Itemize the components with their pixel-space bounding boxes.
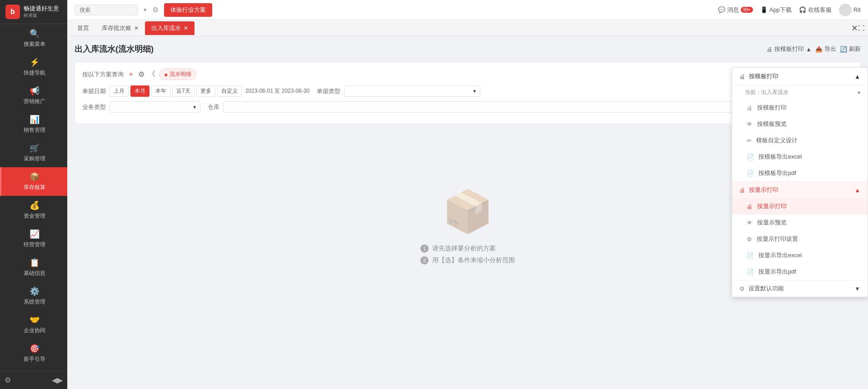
search-dropdown-icon[interactable]: ▾	[144, 6, 147, 13]
date-btn-custom[interactable]: 自定义	[217, 85, 242, 97]
sidebar-item-purchase[interactable]: 🛒 采购管理	[0, 139, 67, 167]
display-preview-item[interactable]: 👁 按显示预览	[732, 214, 868, 231]
customer-service-btn[interactable]: 🎧 在线客服	[799, 6, 832, 14]
tab-flow[interactable]: 出入库流水 ✕	[145, 21, 195, 35]
dropdown-footer[interactable]: ⚙ 设置默认功能 ▼	[732, 280, 868, 297]
display-pdf-item[interactable]: 📄 按显示导出pdf	[732, 264, 868, 280]
sidebar-scroll: 🔍 搜索菜单 ⚡ 快捷导航 📢 营销推广 📊 销售管理 🛒 采购管理 📦 库存核…	[0, 24, 67, 371]
footer-arrow-icon: ▼	[854, 285, 860, 292]
sidebar-item-basic[interactable]: 📋 基础信息	[0, 253, 67, 282]
display-print-item[interactable]: 🖨 按显示打印	[732, 198, 868, 214]
settings-icon[interactable]: ⚙	[5, 376, 11, 384]
operations-icon: 📈	[30, 229, 40, 239]
filter-add-icon[interactable]: ＋	[127, 70, 135, 79]
sidebar-item-collab[interactable]: 🤝 企业协同	[0, 310, 67, 339]
date-btn-last-month[interactable]: 上月	[110, 85, 129, 97]
header-right: 💬 消息 99+ 📱 App下载 🎧 在线客服 Rit	[718, 4, 861, 16]
biz-type-label: 业务类型	[82, 103, 106, 111]
sidebar-item-marketing[interactable]: 📢 营销推广	[0, 81, 67, 110]
page-title: 出入库流水(流水明细)	[75, 44, 154, 55]
page-content: 出入库流水(流水明细) 🖨 按模板打印 ▲ 📤 导出 🔄 刷新	[67, 36, 868, 389]
user-profile-btn[interactable]: Rit	[839, 4, 861, 16]
biz-type-field: 业务类型 ▾	[82, 101, 200, 113]
step-1-number: 1	[420, 244, 429, 253]
filter-tag-label: 流水明细	[170, 70, 191, 78]
search-icon: 🔍	[30, 29, 40, 39]
display-settings-icon: ⚙	[747, 236, 752, 243]
user-name: Rit	[853, 6, 861, 13]
sidebar-item-label: 资金管理	[24, 212, 45, 220]
date-btn-this-month[interactable]: 本月	[130, 85, 150, 97]
sidebar-item-apps[interactable]: 🔲 应用中心	[0, 368, 67, 371]
empty-illustration: 📦	[442, 188, 493, 235]
dropdown-print-icon: 🖨	[739, 73, 745, 80]
app-download-btn[interactable]: 📱 App下载	[760, 6, 792, 14]
tab-home[interactable]: 首页	[71, 21, 95, 35]
header-left: ▾ ⚙ 体验行业方案	[75, 3, 212, 17]
template-section: 🖨 按模板打印 👁 按模板预览 ✏ 模板自定义设计 📄 按模板导出excel 📄	[732, 100, 868, 182]
sidebar-item-inventory[interactable]: 📦 库存核算	[0, 167, 67, 196]
template-print-icon: 🖨	[747, 105, 753, 111]
template-print-item[interactable]: 🖨 按模板打印	[732, 100, 868, 116]
step-2-text: 用【选】条件来缩小分析范围	[432, 256, 515, 264]
doc-type-select[interactable]: ▾	[344, 85, 480, 97]
industry-btn[interactable]: 体验行业方案	[164, 3, 212, 17]
collapse-sidebar-icon[interactable]: ◀▶	[52, 376, 63, 384]
empty-steps: 1 请先选择要分析的方案 2 用【选】条件来缩小分析范围	[420, 244, 515, 268]
sidebar-item-operations[interactable]: 📈 经营管理	[0, 224, 67, 253]
sidebar-item-quicknav[interactable]: ⚡ 快捷导航	[0, 53, 67, 81]
sidebar-item-sales[interactable]: 📊 销售管理	[0, 110, 67, 139]
quicknav-icon: ⚡	[30, 57, 40, 67]
display-section: 🖨 按显示打印 ▲ 🖨 按显示打印 👁 按显示预览 ⚙ 按显示打印设置	[732, 182, 868, 280]
filter-tag[interactable]: ● 流水明细	[159, 69, 196, 80]
print-dropdown-panel: 🖨 按模板打印 ▲ 当前：出入库流水 ▾ 🖨 按模板打印 👁 按模板预览	[732, 67, 868, 297]
date-btn-this-year[interactable]: 本年	[151, 85, 170, 97]
filter-collapse-icon[interactable]: 《	[148, 70, 155, 79]
close-batch-tab-icon[interactable]: ✕	[134, 25, 139, 31]
sidebar-logo: b 畅捷通好生意 标准版	[0, 0, 67, 24]
date-btn-more[interactable]: 更多	[196, 85, 215, 97]
display-section-header[interactable]: 🖨 按显示打印 ▲	[732, 182, 868, 198]
step-2-number: 2	[420, 256, 429, 264]
page-header: 出入库流水(流水明细) 🖨 按模板打印 ▲ 📤 导出 🔄 刷新	[75, 44, 861, 55]
empty-step-1: 1 请先选择要分析的方案	[420, 244, 515, 253]
display-settings-item[interactable]: ⚙ 按显示打印设置	[732, 231, 868, 247]
date-btn-7days[interactable]: 近7天	[172, 85, 195, 97]
template-preview-item[interactable]: 👁 按模板预览	[732, 116, 868, 132]
template-excel-item[interactable]: 📄 按模板导出excel	[732, 149, 868, 165]
dropdown-current: 当前：出入库流水 ▾	[732, 85, 868, 100]
tab-batch[interactable]: 库存批次账 ✕	[95, 21, 145, 35]
refresh-button[interactable]: 🔄 刷新	[840, 45, 861, 53]
headset-icon: 🎧	[799, 6, 806, 13]
sidebar-item-label: 系统管理	[24, 298, 45, 306]
warehouse-select[interactable]: ···	[223, 101, 803, 113]
biz-type-select[interactable]: ▾	[110, 101, 200, 113]
template-custom-icon: ✏	[747, 137, 752, 144]
display-excel-item[interactable]: 📄 按显示导出excel	[732, 247, 868, 264]
header-settings-icon[interactable]: ⚙	[152, 5, 159, 14]
print-template-button[interactable]: 🖨 按模板打印 ▲	[767, 45, 812, 53]
export-label: 导出	[824, 45, 836, 53]
template-custom-item[interactable]: ✏ 模板自定义设计	[732, 132, 868, 149]
display-header-icon: 🖨	[739, 187, 745, 194]
sidebar-item-finance[interactable]: 💰 资金管理	[0, 196, 67, 224]
close-page-button[interactable]: ✕	[851, 23, 858, 33]
sidebar-item-search[interactable]: 🔍 搜索菜单	[0, 24, 67, 53]
dropdown-expand-icon[interactable]: ▲	[854, 73, 860, 80]
sidebar-item-newbie[interactable]: 🎯 新手引导	[0, 339, 67, 368]
sidebar-item-label: 销售管理	[24, 126, 45, 134]
marketing-icon: 📢	[30, 86, 40, 96]
batch-tab-label: 库存批次账	[102, 24, 131, 32]
message-btn[interactable]: 💬 消息 99+	[718, 6, 753, 14]
filter-settings-icon[interactable]: ⚙	[138, 70, 145, 79]
expand-page-button[interactable]: ⛶	[858, 25, 864, 32]
app-logo-icon: b	[5, 5, 20, 19]
template-pdf-item[interactable]: 📄 按模板导出pdf	[732, 165, 868, 181]
header-search-input[interactable]	[75, 5, 138, 15]
close-flow-tab-icon[interactable]: ✕	[184, 25, 188, 31]
refresh-label: 刷新	[849, 45, 861, 53]
print-label: 按模板打印	[774, 45, 804, 53]
sidebar-item-system[interactable]: ⚙️ 系统管理	[0, 282, 67, 310]
export-button[interactable]: 📤 导出	[815, 45, 836, 53]
page-actions: 🖨 按模板打印 ▲ 📤 导出 🔄 刷新	[767, 45, 861, 53]
